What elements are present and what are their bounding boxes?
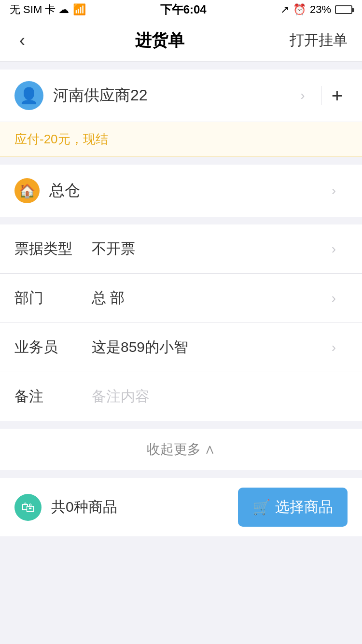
invoice-type-label: 票据类型 [14,239,82,259]
status-left: 无 SIM 卡 ☁ 📶 [10,2,86,17]
collapse-row[interactable]: 收起更多 ∧ [0,429,362,470]
product-bag-icon: 🛍 [21,499,35,515]
form-card: 票据类型 不开票 › 部门 总 部 › 业务员 这是859的小智 › 备注 备注… [0,224,362,421]
status-time: 下午6:04 [160,2,207,17]
status-right: ↗ ⏰ 23% [280,3,352,16]
department-chevron-icon: › [332,291,336,306]
page-title: 进货单 [135,29,184,52]
salesperson-value: 这是859的小智 [92,337,332,357]
invoice-type-row[interactable]: 票据类型 不开票 › [0,224,362,274]
notice-banner: 应付-20元，现结 [0,122,362,157]
add-button[interactable]: + [327,85,348,107]
warehouse-chevron-icon: › [332,183,336,198]
battery-percent: 23% [310,3,331,16]
department-row[interactable]: 部门 总 部 › [0,274,362,323]
supplier-avatar: 👤 [14,81,43,110]
collapse-label: 收起更多 ∧ [147,440,216,459]
select-product-label: 选择商品 [275,497,333,517]
content: 👤 河南供应商22 › + 应付-20元，现结 🏠 总仓 › 票据类型 不开票 … [0,62,362,536]
warehouse-card[interactable]: 🏠 总仓 › [0,165,362,217]
department-value: 总 部 [92,288,332,308]
status-bar: 无 SIM 卡 ☁ 📶 下午6:04 ↗ ⏰ 23% [0,0,362,19]
supplier-chevron-icon: › [300,88,305,103]
supplier-row[interactable]: 👤 河南供应商22 › + [0,70,362,122]
invoice-type-value: 不开票 [92,239,332,259]
avatar-icon: 👤 [19,86,39,105]
product-icon: 🛍 [14,494,42,521]
warehouse-icon: 🏠 [14,178,40,203]
open-pending-button[interactable]: 打开挂单 [290,30,348,50]
salesperson-label: 业务员 [14,337,82,357]
product-count-label: 共0种商品 [51,497,228,517]
department-label: 部门 [14,288,82,308]
select-product-button[interactable]: 🛒 选择商品 [238,488,348,527]
supplier-card: 👤 河南供应商22 › + 应付-20元，现结 [0,70,362,157]
divider [321,86,322,105]
warehouse-row[interactable]: 🏠 总仓 › [0,165,362,217]
sim-label: 无 SIM 卡 ☁ [10,2,69,17]
back-button[interactable]: ‹ [14,26,30,56]
battery-icon [335,5,352,14]
supplier-name: 河南供应商22 [53,85,300,106]
nav-bar: ‹ 进货单 打开挂单 [0,19,362,62]
location-icon: ↗ [280,3,289,16]
invoice-type-chevron-icon: › [332,241,336,257]
alarm-icon: ⏰ [293,3,306,16]
select-product-icon: 🛒 [252,499,270,516]
warehouse-name: 总仓 [49,180,332,201]
remark-label: 备注 [14,387,82,406]
bottom-bar: 🛍 共0种商品 🛒 选择商品 [0,478,362,536]
remark-row[interactable]: 备注 备注内容 [0,372,362,421]
remark-input[interactable]: 备注内容 [92,387,348,406]
salesperson-row[interactable]: 业务员 这是859的小智 › [0,323,362,372]
salesperson-chevron-icon: › [332,340,336,355]
wifi-icon: 📶 [73,3,86,16]
